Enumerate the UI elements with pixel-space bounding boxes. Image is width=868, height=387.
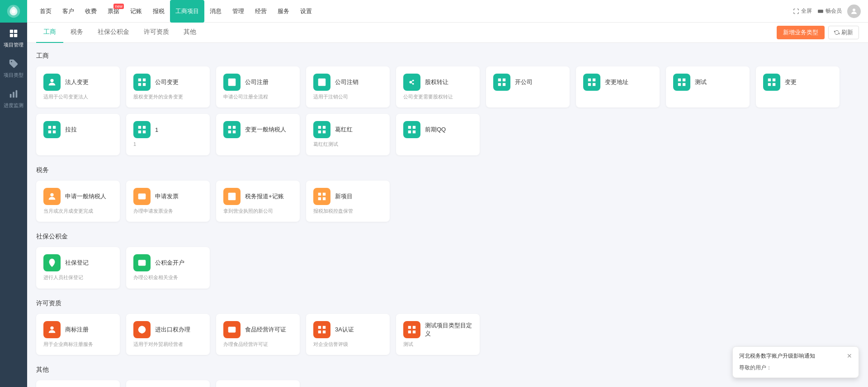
svg-point-1 xyxy=(12,9,16,14)
card-qianqi-qq[interactable]: 前期QQ xyxy=(396,114,480,155)
nav-management[interactable]: 管理 xyxy=(227,0,250,23)
svg-rect-73 xyxy=(318,197,321,200)
svg-rect-13 xyxy=(138,79,141,81)
nav-customer[interactable]: 客户 xyxy=(57,0,80,23)
card-open-company[interactable]: 开公司 xyxy=(486,66,570,107)
nav-bizproject[interactable]: 工商项目 xyxy=(170,0,204,23)
nav-settings[interactable]: 设置 xyxy=(295,0,317,23)
card-legal-change[interactable]: 法人变更 适用于公司变更法人 xyxy=(36,66,120,107)
nav-message[interactable]: 消息 xyxy=(204,0,227,23)
card-import-export[interactable]: 进出口权办理 适用于对外贸易经营者 xyxy=(126,314,210,355)
card-desc-provident-fund: 办理公积金相关业务 xyxy=(133,274,203,281)
card-title-open-company: 开公司 xyxy=(515,78,533,86)
card-apply-invoice[interactable]: 申请发票 办理申请发票业务 xyxy=(126,181,210,222)
sidebar-label-project-type: 项目类型 xyxy=(4,72,24,79)
card-change-taxpayer[interactable]: 变更一般纳税人 xyxy=(216,114,300,155)
card-trademark[interactable]: 商标注册 用于企业商标注册服务 xyxy=(36,314,120,355)
card-test[interactable]: 测试 xyxy=(666,66,750,107)
tab-social[interactable]: 社保公积金 xyxy=(90,23,137,43)
card-company-change[interactable]: 公司变更 股权变更外的业务变更 xyxy=(126,66,210,107)
notification-close-button[interactable]: ✕ xyxy=(847,352,852,359)
svg-rect-65 xyxy=(138,193,146,199)
nav-operation[interactable]: 经营 xyxy=(250,0,272,23)
card-desc-test-type: 测试 xyxy=(403,341,472,348)
svg-rect-45 xyxy=(53,126,56,129)
svg-rect-35 xyxy=(593,83,595,86)
svg-rect-55 xyxy=(233,131,236,133)
nav-service[interactable]: 服务 xyxy=(272,0,295,23)
new-type-button[interactable]: 新增业务类型 xyxy=(777,26,825,39)
vip-btn[interactable]: 畅会员 xyxy=(817,7,842,15)
card-food-license[interactable]: 食品经营许可证 办理食品经营许可证 xyxy=(216,314,300,355)
svg-rect-3 xyxy=(14,30,17,33)
card-company-cancel[interactable]: 公司注销 适用于注销公司 xyxy=(306,66,390,107)
card-title-legal-change: 法人变更 xyxy=(65,78,89,86)
tab-tax[interactable]: 税务 xyxy=(63,23,90,43)
card-liupeng-test[interactable]: 刘鹏测试 测试 xyxy=(126,380,210,387)
card-title-test: 测试 xyxy=(695,78,707,86)
card-ge-honghong[interactable]: 葛红红 葛红红测试 xyxy=(306,114,390,155)
card-social-register[interactable]: 社保登记 进行人员社保登记 xyxy=(36,247,120,288)
card-desc-company-change: 股权变更外的业务变更 xyxy=(133,93,203,100)
nav-accounting[interactable]: 记账 xyxy=(125,0,147,23)
card-desc-new-project: 报税加税控盘保管 xyxy=(313,208,382,214)
refresh-icon xyxy=(834,30,840,35)
section-title-social: 社保公积金 xyxy=(36,233,859,241)
svg-point-12 xyxy=(50,79,53,82)
svg-rect-47 xyxy=(53,131,56,133)
card-desc-apply-invoice: 办理申请发票业务 xyxy=(133,208,203,214)
svg-rect-83 xyxy=(323,326,326,328)
card-title-ge-honghong: 葛红红 xyxy=(335,126,353,134)
sidebar-item-project-mgmt[interactable]: 项目管理 xyxy=(0,23,27,53)
nav-home[interactable]: 首页 xyxy=(34,0,57,23)
card-test-type[interactable]: 测试项目类型目定义 测试 xyxy=(396,314,480,355)
card-desc-apply-taxpayer: 当月或次月成变更完成 xyxy=(43,208,113,214)
notification-content: 尊敬的用户： xyxy=(739,364,852,372)
card-3a-cert[interactable]: 3A认证 对企业信誉评级 xyxy=(306,314,390,355)
card-desc-ge-honghong: 葛红红测试 xyxy=(313,141,382,148)
sidebar-item-project-type[interactable]: 项目类型 xyxy=(0,53,27,83)
svg-rect-37 xyxy=(683,79,685,81)
tab-bar: 工商 税务 社保公积金 许可资质 其他 新增业务类型 刷新 xyxy=(27,23,868,43)
fullscreen-btn[interactable]: 全屏 xyxy=(793,7,812,15)
card-icon-open-company xyxy=(493,74,510,91)
card-company-register[interactable]: 公司注册 申请公司注册全流程 xyxy=(216,66,300,107)
svg-rect-57 xyxy=(323,126,326,129)
card-haha[interactable]: 哈哈 xyxy=(36,380,120,387)
card-twenty-one[interactable]: 21 1 xyxy=(216,380,300,387)
card-tax-report[interactable]: 税务报道+记账 拿到营业执照的新公司 xyxy=(216,181,300,222)
refresh-button[interactable]: 刷新 xyxy=(828,26,859,39)
topnav-right: 全屏 畅会员 xyxy=(793,5,861,18)
card-one[interactable]: 1 1 xyxy=(126,114,210,155)
nav-tax[interactable]: 报税 xyxy=(147,0,170,23)
tag-icon xyxy=(7,57,20,70)
tab-other[interactable]: 其他 xyxy=(176,23,203,43)
card-equity-transfer[interactable]: 股权转让 公司变更需要股权转让 xyxy=(396,66,480,107)
sidebar-logo[interactable] xyxy=(0,0,27,23)
tab-license[interactable]: 许可资质 xyxy=(137,23,176,43)
card-change[interactable]: 变更 xyxy=(756,66,840,107)
main-wrapper: 首页 客户 收费 票据 new 记账 报税 工商项目 消息 管理 经营 服务 设… xyxy=(27,0,868,387)
card-provident-fund[interactable]: 公积金开户 办理公积金相关业务 xyxy=(126,247,210,288)
nav-invoice[interactable]: 票据 new xyxy=(102,0,125,23)
topnav: 首页 客户 收费 票据 new 记账 报税 工商项目 消息 管理 经营 服务 设… xyxy=(27,0,868,23)
tab-biz[interactable]: 工商 xyxy=(36,23,63,43)
card-icon-company-cancel xyxy=(313,74,330,91)
sidebar-item-progress-monitor[interactable]: 进度监测 xyxy=(0,83,27,113)
svg-line-27 xyxy=(411,83,412,84)
card-new-project[interactable]: 新项目 报税加税控盘保管 xyxy=(306,181,390,222)
card-title-3a-cert: 3A认证 xyxy=(335,326,354,334)
card-desc-equity-transfer: 公司变更需要股权转让 xyxy=(403,93,472,100)
card-icon-provident-fund xyxy=(133,254,151,271)
card-lala[interactable]: 拉拉 xyxy=(36,114,120,155)
card-change-address[interactable]: 变更地址 xyxy=(576,66,660,107)
card-icon-import-export xyxy=(133,321,151,338)
svg-line-26 xyxy=(411,81,412,82)
card-apply-taxpayer[interactable]: 申请一般纳税人 当月或次月成变更完成 xyxy=(36,181,120,222)
avatar[interactable] xyxy=(847,5,861,18)
card-desc-3a-cert: 对企业信誉评级 xyxy=(313,341,382,348)
nav-billing[interactable]: 收费 xyxy=(80,0,102,23)
card-title-apply-taxpayer: 申请一般纳税人 xyxy=(65,192,106,200)
other-cards-grid: 哈哈 刘鹏测试 测试 xyxy=(36,380,859,387)
card-title-tax-report: 税务报道+记账 xyxy=(245,192,284,200)
